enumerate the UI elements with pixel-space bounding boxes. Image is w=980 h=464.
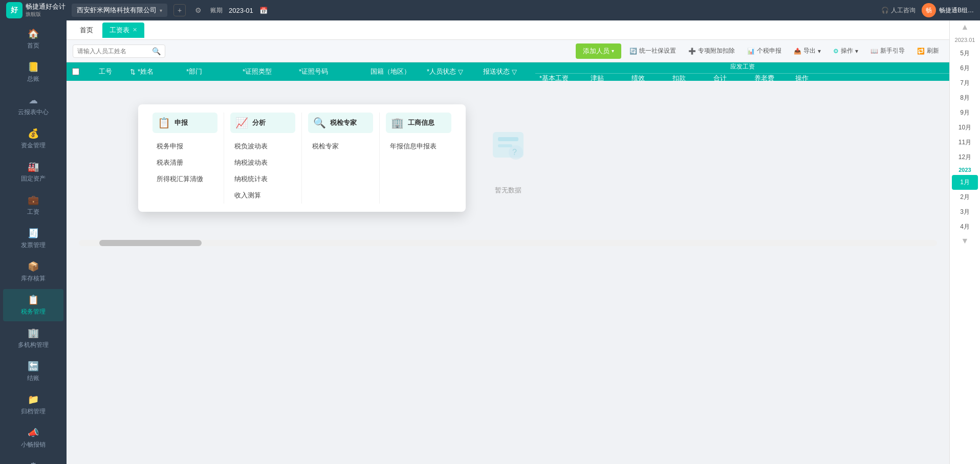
- service-label: 人工咨询: [891, 6, 916, 15]
- logo-text-group: 畅捷通好会计 旗舰版: [26, 3, 66, 18]
- cal-month-2[interactable]: 2月: [950, 190, 980, 205]
- sidebar-item-settings[interactable]: ⚙ 基础设置: [3, 455, 63, 464]
- cal-month-8[interactable]: 8月: [950, 91, 980, 105]
- refresh-btn[interactable]: 🔁 刷新: [913, 45, 943, 57]
- operation-label: 操作: [841, 47, 853, 55]
- guide-toolbar-icon: 📖: [870, 48, 878, 55]
- calendar-icon[interactable]: 📅: [259, 7, 268, 14]
- sidebar-item-fund[interactable]: 💰 资金管理: [3, 123, 63, 155]
- filter-icon-status[interactable]: ▽: [458, 68, 463, 76]
- settings-sidebar-icon: ⚙: [29, 460, 37, 464]
- menu-item-tax-list[interactable]: 税表清册: [153, 154, 217, 171]
- individual-tax-btn[interactable]: 📊 个税申报: [743, 45, 786, 57]
- cal-month-10[interactable]: 10月: [950, 120, 980, 135]
- refresh-label: 刷新: [927, 47, 939, 55]
- empty-text: 暂无数据: [495, 186, 521, 195]
- operation-btn[interactable]: ⚙ 操作 ▾: [829, 45, 862, 57]
- menu-item-tax-burden[interactable]: 税负波动表: [230, 138, 295, 154]
- guide-btn[interactable]: 📖 新手引导: [866, 45, 909, 57]
- sidebar-item-home[interactable]: 🏠 首页: [3, 23, 63, 55]
- export-arrow-icon: ▾: [818, 48, 821, 55]
- cal-month-3[interactable]: 3月: [950, 205, 980, 219]
- dropdown-section-shenBao: 📋 申报 税务申报 税表清册 所得税汇算清缴: [146, 113, 224, 204]
- sidebar-item-fixed-assets[interactable]: 🏭 固定资产: [3, 156, 63, 188]
- table-header-row1: 工号 ⇅ *姓名 *部门 *证照类型 *证照号码: [67, 62, 949, 81]
- avatar-text: 畅: [926, 6, 932, 15]
- tab-salary-label: 工资表: [110, 26, 129, 35]
- cal-nav-up[interactable]: ▲: [959, 20, 971, 34]
- tab-home-label: 首页: [80, 26, 93, 35]
- th-report-status-label: 报送状态: [483, 67, 510, 76]
- fenXi-title: 分析: [252, 118, 266, 127]
- sidebar-item-invoice[interactable]: 🧾 发票管理: [3, 223, 63, 255]
- cal-month-5[interactable]: 5月: [950, 46, 980, 61]
- settings-icon[interactable]: ⚙: [192, 4, 204, 16]
- sidebar-item-inventory[interactable]: 📦 库存核算: [3, 256, 63, 288]
- sidebar-item-ledger[interactable]: 📒 总账: [3, 56, 63, 89]
- filter-icon-report[interactable]: ▽: [512, 68, 517, 76]
- search-input[interactable]: [77, 48, 149, 55]
- service-button[interactable]: 🎧 人工咨询: [881, 6, 916, 15]
- sidebar-item-settlement[interactable]: 🔚 结账: [3, 356, 63, 388]
- section-header-shenBao: 📋 申报: [153, 113, 217, 133]
- special-deduct-label: 专项附加扣除: [698, 47, 735, 55]
- sidebar-label-archive: 归档管理: [21, 407, 46, 416]
- tab-home[interactable]: 首页: [73, 23, 100, 38]
- sidebar-item-expense[interactable]: 📣 小畅报销: [3, 422, 63, 454]
- cal-month-6[interactable]: 6月: [950, 61, 980, 76]
- sidebar-label-settlement: 结账: [27, 374, 39, 383]
- sidebar-item-archive[interactable]: 📁 归档管理: [3, 389, 63, 421]
- dropdown-section-gongShang: 🏢 工商信息 年报信息申报表: [380, 113, 458, 204]
- tab-salary-table[interactable]: 工资表 ✕: [102, 23, 144, 38]
- svg-rect-1: [498, 137, 518, 141]
- empty-illustration: ?: [485, 122, 531, 178]
- special-deduct-btn[interactable]: ➕ 专项附加扣除: [684, 45, 739, 57]
- sidebar-label-inventory: 库存核算: [21, 274, 46, 283]
- menu-item-annual-report[interactable]: 年报信息申报表: [386, 138, 451, 154]
- th-person-status: *人员状态 ▽: [423, 67, 479, 76]
- sidebar-label-fund: 资金管理: [21, 141, 46, 150]
- calendar-panel: ▲ 2023.01 5月 6月 7月 8月 9月 10月 11月 12月 202…: [949, 20, 980, 464]
- th-nationality-label: 国籍（地区）: [371, 67, 410, 76]
- tab-close-icon[interactable]: ✕: [133, 27, 137, 33]
- sidebar-item-tax[interactable]: 📋 税务管理: [3, 289, 63, 321]
- sidebar-item-multi-org[interactable]: 🏢 多机构管理: [3, 322, 63, 355]
- horizontal-scrollbar[interactable]: [67, 236, 949, 252]
- cal-month-4[interactable]: 4月: [950, 219, 980, 234]
- th-id-type: *证照类型: [238, 67, 295, 76]
- cal-month-1[interactable]: 1月: [952, 175, 978, 190]
- menu-item-income-tax-settle[interactable]: 所得税汇算清缴: [153, 171, 217, 187]
- user-info[interactable]: 畅 畅捷通B组…: [922, 3, 974, 17]
- cal-month-11[interactable]: 11月: [950, 135, 980, 150]
- th-salary-group: 应发工资 *基本工资 津贴 绩效 扣款 合计 养老费 操作: [535, 62, 949, 83]
- company-selector[interactable]: 西安虾米网络科技有限公司 ▾: [72, 4, 167, 17]
- cal-month-7[interactable]: 7月: [950, 76, 980, 91]
- sidebar-item-cloud-report[interactable]: ☁ 云报表中心: [3, 90, 63, 122]
- menu-item-tax-declare[interactable]: 税务申报: [153, 138, 217, 154]
- menu-item-tax-expert[interactable]: 税检专家: [308, 138, 373, 154]
- guide-label: 新手引导: [880, 47, 905, 55]
- section-header-shuiJian: 🔍 税检专家: [308, 113, 373, 133]
- sidebar-label-invoice: 发票管理: [21, 241, 46, 250]
- menu-item-income-calc[interactable]: 收入测算: [230, 187, 295, 204]
- user-name: 畅捷通B组…: [939, 6, 974, 15]
- cal-month-9[interactable]: 9月: [950, 105, 980, 120]
- sidebar-label-ledger: 总账: [27, 75, 39, 83]
- th-name: ⇅ *姓名: [126, 67, 182, 76]
- cal-nav-down[interactable]: ▼: [959, 234, 971, 248]
- search-icon: 🔍: [152, 47, 161, 55]
- sidebar-label-expense: 小畅报销: [21, 440, 46, 449]
- add-tab-button[interactable]: +: [173, 4, 186, 16]
- add-person-button[interactable]: 添加人员 ▾: [576, 43, 621, 59]
- cal-month-12[interactable]: 12月: [950, 150, 980, 165]
- tax-icon: 📋: [28, 294, 39, 305]
- svg-text:?: ?: [512, 148, 517, 157]
- sidebar-item-salary[interactable]: 💼 工资: [3, 189, 63, 222]
- menu-item-tax-stats[interactable]: 纳税统计表: [230, 171, 295, 187]
- menu-item-tax-wave[interactable]: 纳税波动表: [230, 154, 295, 171]
- export-btn[interactable]: 📤 导出 ▾: [790, 45, 825, 57]
- social-insurance-btn[interactable]: 🔄 统一社保设置: [625, 45, 680, 57]
- select-all-checkbox[interactable]: [72, 68, 79, 75]
- sidebar-label-cloud: 云报表中心: [18, 108, 49, 117]
- th-id-num: *证照号码: [295, 67, 366, 76]
